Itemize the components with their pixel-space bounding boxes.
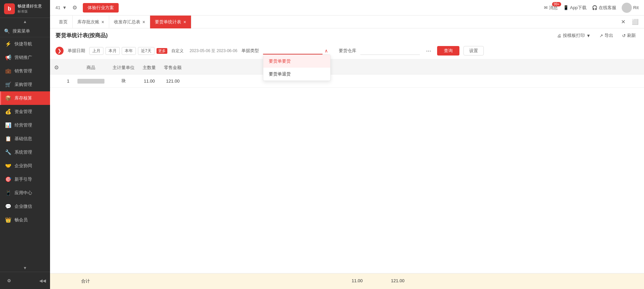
settings-icon: ⚙ [7, 278, 11, 283]
sidebar-item-operations[interactable]: 📊 经营管理 [0, 118, 50, 132]
sidebar-item-label: 资金管理 [15, 109, 32, 115]
sidebar-scroll-up[interactable]: ▲ [0, 18, 50, 25]
basic-info-icon: 📋 [5, 136, 11, 142]
sidebar-collapse-btn[interactable]: ◀◀ [39, 278, 46, 283]
row-settings [50, 74, 63, 88]
col-settings[interactable]: ⚙ [50, 61, 63, 74]
store-number: 41 [55, 5, 60, 10]
tab-inventory-batch-close[interactable]: × [101, 20, 104, 24]
dropdown-item-order-return[interactable]: 要货单退货 [263, 68, 330, 81]
date-more-tag[interactable]: 更多 [157, 48, 167, 54]
sidebar-item-system[interactable]: 🔧 系统管理 [0, 146, 50, 159]
date-btn-this-year[interactable]: 本年 [122, 47, 136, 55]
sidebar-item-label: 企业微信 [15, 203, 32, 209]
logo-icon: b [4, 3, 15, 14]
store-selector[interactable]: 41 ▼ [55, 5, 67, 10]
app-icon: 📱 [563, 5, 569, 10]
sidebar-item-label: 畅会员 [15, 217, 28, 223]
print-icon: 🖨 [557, 33, 562, 38]
refresh-btn[interactable]: ↺ 刷新 [619, 31, 639, 40]
sidebar-item-marketing[interactable]: 📢 营销推广 [0, 51, 50, 64]
online-service-btn[interactable]: 🎧 在线客服 [592, 5, 616, 11]
sidebar-item-wechat[interactable]: 💬 企业微信 [0, 200, 50, 213]
sidebar-item-quick-nav[interactable]: ⚡ 快捷导航 [0, 37, 50, 51]
app-download-label: App下载 [570, 5, 587, 11]
page-title-row: 要货单统计表(按商品) 🖨 按模板打印 ▼ ↗ 导出 ↺ 刷新 [50, 28, 644, 43]
tab-recv-summary-close[interactable]: × [142, 20, 145, 24]
tab-inventory-batch-label: 库存批次账 [77, 19, 99, 25]
print-btn[interactable]: 🖨 按模板打印 ▼ [554, 31, 593, 40]
row-amount: 121.00 [160, 74, 186, 88]
sidebar-item-label: 新手引导 [15, 176, 32, 182]
refresh-label: 刷新 [627, 32, 636, 39]
filter-more-btn[interactable]: ··· [424, 47, 433, 54]
row-extra [186, 74, 644, 88]
online-service-label: 在线客服 [599, 5, 616, 11]
sidebar-item-basic-info[interactable]: 📋 基础信息 [0, 132, 50, 146]
type-dropdown-chevron[interactable]: ∧ [325, 48, 328, 53]
tab-inventory-batch[interactable]: 库存批次账 × [73, 16, 109, 28]
sidebar-search-item[interactable]: 🔍 搜索菜单 [0, 25, 50, 37]
logo-name: 畅捷通好生意 [18, 4, 42, 9]
gear-button[interactable]: ⚙ [70, 3, 79, 13]
guide-icon: 🎯 [5, 176, 11, 182]
filter-row: ❯ 单据日期 上月 本月 本年 近7天 更多 自定义 2023-05-06 至 … [55, 46, 639, 55]
row-index: 1 [63, 74, 73, 88]
tab-order-stats-close[interactable]: × [183, 20, 186, 24]
sidebar-item-enterprise[interactable]: 🤝 企业协同 [0, 159, 50, 173]
user-avatar[interactable]: Rit [622, 3, 639, 13]
date-btn-last7days[interactable]: 近7天 [138, 47, 154, 55]
settings-btn[interactable]: 设置 [463, 46, 484, 55]
export-icon: ↗ [599, 33, 603, 38]
messages-btn[interactable]: ✉ 消息 99+ [544, 5, 558, 11]
app-center-icon: 📱 [5, 190, 11, 196]
sidebar-footer: ⚙ ◀◀ [0, 272, 50, 289]
sidebar-scroll-down[interactable]: ▼ [0, 264, 50, 272]
date-custom-btn[interactable]: 自定义 [169, 47, 186, 54]
col-quantity: 主数量 [139, 61, 160, 74]
sidebar-item-purchase[interactable]: 🛒 采购管理 [0, 78, 50, 91]
sidebar-item-finance[interactable]: 💰 资金管理 [0, 105, 50, 118]
date-range-text: 2023-05-06 至 2023-06-06 [190, 48, 237, 54]
col-index [63, 61, 73, 74]
filter-panel: ❯ 单据日期 上月 本月 本年 近7天 更多 自定义 2023-05-06 至 … [50, 43, 644, 59]
filter-toggle-btn[interactable]: ❯ [55, 47, 64, 55]
tabs-maximize-btn[interactable]: ⬜ [630, 17, 640, 27]
sidebar-item-guide[interactable]: 🎯 新手引导 [0, 173, 50, 186]
print-dropdown-icon: ▼ [586, 33, 591, 38]
tab-order-stats[interactable]: 要货单统计表 × [150, 16, 191, 28]
marketing-icon: 📢 [5, 54, 11, 61]
finance-icon: 💰 [5, 109, 11, 115]
date-btn-last-month[interactable]: 上月 [89, 47, 103, 55]
query-btn[interactable]: 查询 [437, 46, 459, 55]
sidebar-item-app-center[interactable]: 📱 应用中心 [0, 186, 50, 200]
sidebar-settings-btn[interactable]: ⚙ [4, 275, 14, 286]
sidebar-item-member[interactable]: 👑 畅会员 [0, 213, 50, 227]
chevron-down-icon: ▼ [62, 5, 67, 10]
close-all-icon: ✕ [621, 19, 625, 25]
avatar-image [622, 3, 632, 13]
data-table: ⚙ 商品 主计量单位 主数量 零售金额 1 [50, 61, 644, 88]
industry-btn[interactable]: 体验行业方案 [83, 3, 119, 13]
sidebar-item-label: 企业协同 [15, 163, 32, 169]
purchase-icon: 🛒 [5, 82, 11, 88]
date-label: 单据日期 [68, 48, 85, 54]
tabs-close-all-btn[interactable]: ✕ [618, 17, 628, 27]
gear-icon: ⚙ [72, 4, 77, 11]
sidebar-item-sales[interactable]: 💼 销售管理 [0, 64, 50, 78]
export-btn[interactable]: ↗ 导出 [597, 31, 616, 40]
type-input[interactable] [263, 47, 323, 54]
topbar-right: ✉ 消息 99+ 📱 App下载 🎧 在线客服 Rit [544, 3, 639, 13]
row-unit: 块 [109, 74, 139, 88]
app-download-btn[interactable]: 📱 App下载 [563, 5, 587, 11]
footer-settings-placeholder [50, 277, 64, 286]
dropdown-item-order-goods[interactable]: 要货单要货 [263, 55, 330, 68]
sidebar-item-inventory[interactable]: 📦 库存核算 [0, 91, 50, 105]
tab-recv-summary[interactable]: 收发存汇总表 × [109, 16, 150, 28]
date-btn-this-month[interactable]: 本月 [105, 47, 120, 55]
message-icon: ✉ [544, 5, 548, 10]
sidebar-search-label: 搜索菜单 [13, 28, 30, 34]
warehouse-input[interactable] [360, 47, 420, 55]
sidebar-logo: b 畅捷通好生意 标准版 [0, 0, 50, 18]
tab-home[interactable]: 首页 [54, 16, 73, 28]
